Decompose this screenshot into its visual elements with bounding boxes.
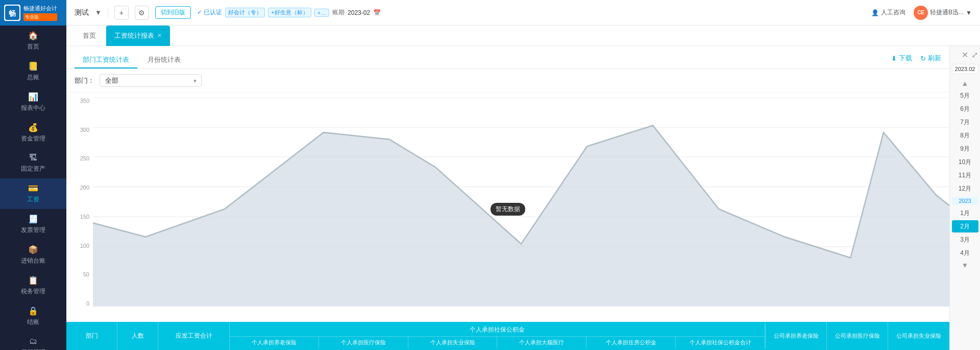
download-label: 下载 — [899, 54, 912, 63]
download-icon: ⬇ — [891, 55, 897, 62]
year-up-btn[interactable]: ▲ — [960, 78, 970, 88]
month-12[interactable]: 12月 — [952, 182, 978, 195]
topbar-icons: + ⚙ 切到旧版 — [114, 6, 191, 20]
sidebar-logo: 畅 畅捷通好会计 专业版 — [0, 0, 66, 26]
sidebar-item-assets[interactable]: 🏗 固定资产 — [0, 148, 66, 178]
purchase-icon: 📦 — [28, 245, 38, 254]
sub-tab-actions: ⬇ 下载 ↻ 刷新 — [891, 52, 941, 68]
sidebar-label-tax: 税务管理 — [21, 287, 45, 296]
sidebar-item-salary[interactable]: 💳 工资 — [0, 178, 66, 209]
month-2-active[interactable]: 2月 — [952, 220, 978, 232]
sidebar-item-tax[interactable]: 📋 税务管理 — [0, 270, 66, 301]
y-label-50: 50 — [75, 271, 92, 277]
sub-tab-dept[interactable]: 部门工资统计表 — [75, 52, 137, 68]
sidebar-item-closing[interactable]: 🔒 结账 — [0, 301, 66, 332]
sidebar-label-salary: 工资 — [27, 195, 39, 204]
tab-home[interactable]: 首页 — [75, 26, 104, 46]
chart-svg-container — [93, 98, 949, 307]
th-personal-medical: 个人承担医疗保险 — [319, 337, 408, 348]
archive-icon: 🗂 — [29, 337, 37, 346]
th-headcount: 人数 — [117, 322, 158, 350]
sidebar-label-ledger: 总账 — [27, 73, 39, 82]
month-11[interactable]: 11月 — [952, 169, 978, 181]
year-down-btn[interactable]: ▼ — [960, 260, 970, 270]
invoice-icon: 🧾 — [28, 214, 38, 224]
topbar-dropdown[interactable]: ▼ — [95, 9, 102, 16]
panel-close-icon[interactable]: ✕ — [962, 50, 968, 60]
panel-date: 2023.02 — [952, 64, 978, 74]
y-label-0: 0 — [75, 300, 92, 307]
month-10[interactable]: 10月 — [952, 156, 978, 168]
month-4[interactable]: 4月 — [952, 247, 978, 259]
sidebar-item-ledger[interactable]: 📒 总账 — [0, 56, 66, 87]
sidebar-item-funds[interactable]: 💰 资金管理 — [0, 118, 66, 148]
sidebar-nav: 🏠 首页 📒 总账 📊 报表中心 💰 资金管理 🏗 固定资产 💳 工资 🧾 发票… — [0, 26, 66, 350]
sub-tab-dept-label: 部门工资统计表 — [83, 56, 129, 63]
month-1[interactable]: 1月 — [952, 207, 978, 219]
status-tag-2: +好生意（标） — [268, 8, 311, 17]
user-dropdown-icon: ▼ — [966, 9, 972, 16]
sidebar-label-archive: 归档管理 — [21, 348, 45, 350]
sidebar-label-purchase: 进销台账 — [21, 256, 45, 265]
salary-icon: 💳 — [28, 183, 38, 193]
consult-icon: 👤 — [871, 9, 879, 16]
tab-close-icon[interactable]: ✕ — [157, 32, 162, 39]
tab-salary[interactable]: 工资统计报表 ✕ — [106, 26, 170, 46]
sidebar-label-reports: 报表中心 — [21, 104, 45, 112]
main-content: 测试 ▼ + ⚙ 切到旧版 ✓ 已认证 好会计（专） +好生意（标） +… 账期… — [66, 0, 980, 350]
calendar-icon[interactable]: 📅 — [373, 9, 381, 16]
sub-tab-monthly-label: 月份统计表 — [148, 56, 181, 63]
content-area: 部门工资统计表 月份统计表 ⬇ 下载 ↻ 刷新 — [66, 46, 980, 350]
ledger-icon: 📒 — [28, 61, 38, 71]
user-menu[interactable]: CE 轻捷通B迅... ▼ — [914, 6, 972, 20]
download-button[interactable]: ⬇ 下载 — [891, 52, 912, 64]
y-label-150: 150 — [75, 214, 92, 220]
sidebar-item-invoice[interactable]: 🧾 发票管理 — [0, 209, 66, 240]
username-label: 轻捷通B迅... — [930, 8, 964, 17]
panel-controls: ✕ ⤢ — [950, 50, 980, 62]
sidebar-item-archive[interactable]: 🗂 归档管理 — [0, 332, 66, 350]
panel-expand-icon[interactable]: ⤢ — [971, 50, 978, 60]
status-tag-3: +… — [314, 9, 329, 17]
sidebar-item-reports[interactable]: 📊 报表中心 — [0, 87, 66, 118]
chart-area: 0 50 100 150 200 250 300 350 — [66, 92, 949, 322]
tab-salary-label: 工资统计报表 — [114, 31, 154, 40]
topbar-separator — [108, 8, 108, 18]
sidebar-label-assets: 固定资产 — [21, 165, 45, 173]
reports-icon: 📊 — [28, 92, 38, 102]
year-2023-label: 2023 — [952, 197, 978, 205]
consult-button[interactable]: 👤 人工咨询 — [871, 8, 905, 17]
y-label-200: 200 — [75, 184, 92, 191]
switch-version-button[interactable]: 切到旧版 — [155, 6, 191, 19]
table-header: 部门 人数 应发工资合计 个人承担社保公积金 个人承 — [66, 322, 949, 350]
refresh-icon: ↻ — [920, 55, 926, 62]
sidebar-item-home[interactable]: 🏠 首页 — [0, 26, 66, 56]
chart-area-fill — [93, 126, 949, 307]
dept-label: 部门： — [75, 76, 94, 85]
period-value: 2023-02 — [348, 9, 370, 16]
month-3[interactable]: 3月 — [952, 234, 978, 246]
refresh-button[interactable]: ↻ 刷新 — [920, 52, 941, 64]
sub-tab-monthly[interactable]: 月份统计表 — [139, 52, 189, 68]
funds-icon: 💰 — [28, 123, 38, 132]
period-label: 账期 — [332, 8, 345, 17]
y-label-300: 300 — [75, 127, 92, 133]
dept-select[interactable]: 全部 财务部 销售部 人事部 — [100, 74, 202, 87]
month-7[interactable]: 7月 — [952, 116, 978, 128]
topbar-title: 测试 — [75, 8, 89, 17]
month-6[interactable]: 6月 — [952, 103, 978, 115]
add-button[interactable]: + — [114, 6, 129, 20]
sidebar-item-purchase[interactable]: 📦 进销台账 — [0, 240, 66, 270]
logo-title: 畅捷通好会计 — [23, 5, 57, 12]
month-9[interactable]: 9月 — [952, 143, 978, 155]
table-header-row: 部门 人数 应发工资合计 个人承担社保公积金 个人承 — [66, 322, 949, 350]
sidebar-label-closing: 结账 — [27, 318, 39, 326]
month-8[interactable]: 8月 — [952, 129, 978, 142]
sidebar-label-funds: 资金管理 — [21, 134, 45, 143]
th-group-personal-label: 个人承担社保公积金 — [230, 323, 765, 337]
status-tag-1: 好会计（专） — [225, 8, 265, 17]
month-5[interactable]: 5月 — [952, 89, 978, 102]
settings-button[interactable]: ⚙ — [135, 6, 149, 20]
toolbar: 部门： 全部 财务部 销售部 人事部 — [66, 69, 949, 92]
tab-home-label: 首页 — [83, 31, 96, 40]
